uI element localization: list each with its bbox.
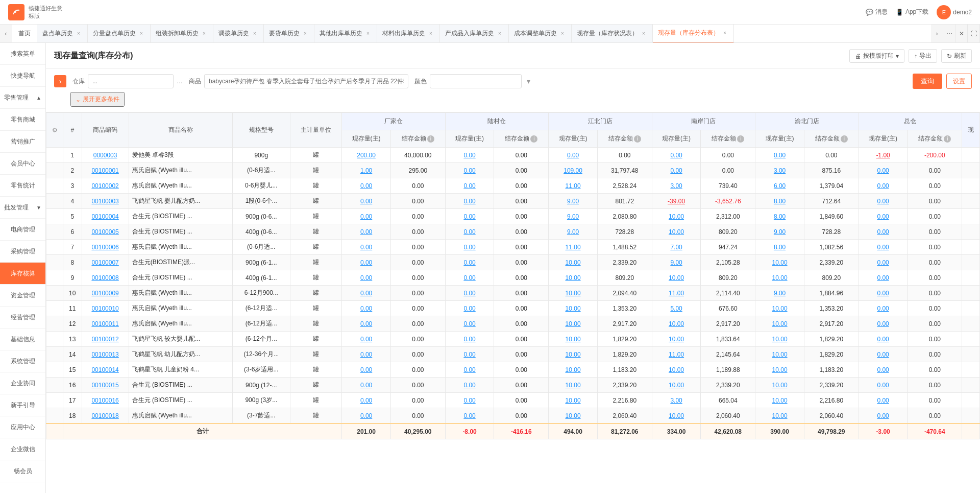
- sidebar-item-operations[interactable]: 经营管理: [0, 307, 45, 328]
- tab-close-fenpandian[interactable]: ×: [138, 30, 145, 37]
- tab-close-qitachuku[interactable]: ×: [364, 30, 372, 37]
- jiangbei-amt-header: 结存金额i: [597, 130, 652, 148]
- filter-row: › 仓库 … 商品 颜色 ▾ 查询 设置: [54, 74, 972, 89]
- tab-more-btn[interactable]: ⋯: [943, 25, 955, 43]
- filter-toggle-btn[interactable]: ›: [54, 75, 66, 87]
- tab-qitachuku[interactable]: 其他出库单历史 ×: [314, 25, 377, 42]
- tab-home[interactable]: 首页: [12, 25, 37, 42]
- tab-zuzhang[interactable]: 组装拆卸单历史 ×: [151, 25, 213, 42]
- sidebar-item-basic[interactable]: 基础信息: [0, 328, 45, 350]
- col-settings[interactable]: ⚙: [46, 113, 63, 148]
- tab-prev-btn[interactable]: ‹: [0, 25, 12, 43]
- table-row: 14 00100013 飞鹤星飞帆 幼儿配方奶... (12-36个月... 罐…: [46, 347, 980, 362]
- table-row: 6 00100005 合生元 (BIOSTIME) ... 400g (0-6.…: [46, 224, 980, 240]
- sidebar-item-wechat[interactable]: 企业微信: [0, 438, 45, 460]
- tab-close-all-btn[interactable]: ✕: [955, 25, 968, 43]
- sidebar-item-ecommerce[interactable]: 电商管理: [0, 219, 45, 241]
- sidebar-item-retail-stat[interactable]: 零售统计: [0, 175, 45, 197]
- main-layout: 搜索英单 快捷导航 零售管理▲ 零售商城 营销推广 会员中心 零售统计 批发管理…: [0, 43, 980, 493]
- refresh-btn[interactable]: ↻ 刷新: [941, 49, 972, 63]
- sidebar: 搜索英单 快捷导航 零售管理▲ 零售商城 营销推广 会员中心 零售统计 批发管理…: [0, 43, 46, 493]
- tab-close-chengben[interactable]: ×: [559, 30, 566, 37]
- warehouse-input[interactable]: [88, 74, 174, 88]
- sidebar-item-retail-mgmt[interactable]: 零售管理▲: [0, 87, 45, 109]
- color-dropdown-icon[interactable]: ▾: [527, 77, 530, 85]
- sidebar-item-purchase[interactable]: 采购管理: [0, 241, 45, 263]
- message-btn[interactable]: 💬 消息: [866, 8, 888, 16]
- avatar: E: [937, 5, 951, 19]
- tab-close-zuzhang[interactable]: ×: [201, 30, 208, 37]
- tab-bar: ‹ 首页 盘点单历史 × 分量盘点单历史 × 组装拆卸单历史 × 调拨单历史 ×…: [0, 25, 980, 43]
- sidebar-item-member[interactable]: 会员中心: [0, 153, 45, 175]
- tab-next-btn[interactable]: ›: [931, 25, 943, 43]
- tab-close-xiancunl-kuang[interactable]: ×: [640, 30, 647, 37]
- tab-close-chanpin[interactable]: ×: [496, 30, 503, 37]
- table-row: 10 00100009 惠氏启赋 (Wyeth illu... 6-12月900…: [46, 286, 980, 301]
- page-header: 现存量查询(库存分布) 🖨 按模版打印 ▾ ↑ 导出 ↻ 刷新: [46, 43, 980, 68]
- tab-close-diaobo[interactable]: ×: [251, 30, 258, 37]
- table-row: 13 00100012 飞鹤星飞帆 较大婴儿配... (6-12个月... 罐 …: [46, 332, 980, 347]
- tab-fenpandian[interactable]: 分量盘点单历史 ×: [88, 25, 151, 42]
- filter-warehouse: 仓库 …: [72, 74, 183, 88]
- sidebar-item-finance[interactable]: 资金管理: [0, 285, 45, 307]
- tabs-container: 首页 盘点单历史 × 分量盘点单历史 × 组装拆卸单历史 × 调拨单历史 × 要…: [12, 25, 931, 42]
- sidebar-item-marketing[interactable]: 营销推广: [0, 131, 45, 153]
- tab-yaohuo[interactable]: 要货单历史 ×: [264, 25, 314, 42]
- sidebar-item-inventory[interactable]: 库存核算: [0, 263, 45, 285]
- sidebar-item-apps[interactable]: 应用中心: [0, 416, 45, 438]
- print-dropdown-icon: ▾: [896, 53, 899, 60]
- table-row: 9 00100008 合生元 (BIOSTIME) ... 400g (6-1.…: [46, 270, 980, 286]
- goods-input[interactable]: [204, 74, 408, 88]
- sidebar-item-search[interactable]: 搜索英单: [0, 43, 45, 65]
- header-actions: 🖨 按模版打印 ▾ ↑ 导出 ↻ 刷新: [849, 49, 972, 63]
- inventory-table: ⚙ # 商品编码 商品名称 规格型号 主计量单位 厂家仓 陆村仓 江北门店 南岸…: [46, 112, 980, 439]
- logo-area: 畅捷通好生意标版: [8, 4, 62, 20]
- tab-cailiao[interactable]: 材料出库单历史 ×: [377, 25, 440, 42]
- sidebar-item-wholesale[interactable]: 批发管理▼: [0, 197, 45, 219]
- table-row: 7 00100006 惠氏启赋 (Wyeth illu... (0-6月适...…: [46, 240, 980, 255]
- color-input[interactable]: [430, 74, 522, 88]
- content-area: 现存量查询(库存分布) 🖨 按模版打印 ▾ ↑ 导出 ↻ 刷新: [46, 43, 980, 493]
- query-btn[interactable]: 查询: [913, 74, 942, 89]
- summary-row: 合计 201.00 40,295.00 -8.00 -416.16 494.00…: [46, 424, 980, 439]
- logo-icon: [8, 4, 24, 20]
- tab-close-pandian[interactable]: ×: [75, 30, 82, 37]
- table-row: 18 00100018 惠氏启赋 (Wyeth illu... (3-7龄适..…: [46, 408, 980, 424]
- tab-close-yaohuo[interactable]: ×: [302, 30, 309, 37]
- warehouse-ellipsis[interactable]: …: [177, 78, 183, 85]
- app-download-btn[interactable]: 📱 App下载: [896, 8, 928, 16]
- table-row: 2 00100001 惠氏启赋 (Wyeth illu... (0-6月适...…: [46, 163, 980, 178]
- sidebar-item-retail-mall[interactable]: 零售商城: [0, 109, 45, 131]
- print-btn[interactable]: 🖨 按模版打印 ▾: [849, 49, 904, 63]
- tab-xiancunl-fenbu[interactable]: 现存量（库存分布表） ×: [653, 25, 734, 42]
- lucun-qty-header: 现存量(主): [445, 130, 494, 148]
- table-row: 4 00100003 飞鹤星飞帆 婴儿配方奶... 1段(0-6个... 罐 0…: [46, 194, 980, 209]
- export-btn[interactable]: ↑ 导出: [909, 49, 937, 63]
- tab-close-cailiao[interactable]: ×: [427, 30, 434, 37]
- user-area[interactable]: E demo2: [937, 5, 972, 19]
- col-changjiacao-header: 厂家仓: [342, 113, 446, 130]
- table-container[interactable]: ⚙ # 商品编码 商品名称 规格型号 主计量单位 厂家仓 陆村仓 江北门店 南岸…: [46, 112, 980, 493]
- sidebar-item-member2[interactable]: 畅会员: [0, 460, 45, 482]
- sidebar-item-system[interactable]: 系统管理: [0, 350, 45, 372]
- setting-btn[interactable]: 设置: [946, 74, 972, 89]
- nanan-qty-header: 现存量(主): [652, 130, 701, 148]
- tab-diaobo[interactable]: 调拨单历史 ×: [213, 25, 264, 42]
- filter-color: 颜色 ▾: [414, 74, 530, 88]
- tab-xiancunl-kuang[interactable]: 现存量（库存状况表） ×: [572, 25, 653, 42]
- tab-fullscreen-btn[interactable]: ⛶: [968, 25, 980, 43]
- svg-point-0: [14, 11, 16, 13]
- tab-chanpin[interactable]: 产成品入库单历史 ×: [440, 25, 509, 42]
- sidebar-item-cooperation[interactable]: 企业协同: [0, 372, 45, 394]
- tab-close-xiancunl-fenbu[interactable]: ×: [721, 30, 728, 37]
- sidebar-item-guide[interactable]: 新手引导: [0, 394, 45, 416]
- tab-chengben[interactable]: 成本调整单历史 ×: [509, 25, 572, 42]
- top-right: 💬 消息 📱 App下载 E demo2: [866, 5, 972, 19]
- tab-pandian[interactable]: 盘点单历史 ×: [37, 25, 88, 42]
- lucun-amt-header: 结存金额i: [494, 130, 549, 148]
- expand-btn[interactable]: ⌄ 展开更多条件: [70, 92, 125, 107]
- table-row: 16 00100015 合生元 (BIOSTIME) ... 900g (12-…: [46, 378, 980, 393]
- color-label: 颜色: [414, 77, 427, 86]
- changjiacao-qty-header: 现存量(主): [342, 130, 391, 148]
- sidebar-item-quicknav[interactable]: 快捷导航: [0, 65, 45, 87]
